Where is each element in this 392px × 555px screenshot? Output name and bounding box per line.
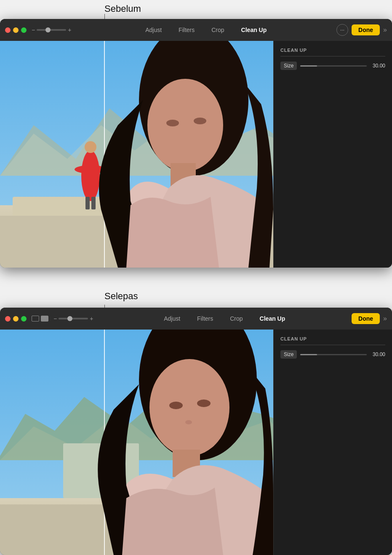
size-value-top: 30.00 [370,63,385,69]
view-split-btn[interactable] [41,316,48,322]
view-single-btn[interactable] [32,316,39,322]
nav-cleanup-bottom[interactable]: Clean Up [252,314,293,324]
close-button-top[interactable] [5,27,11,33]
photo-area-top [0,41,273,268]
panel-divider-bottom [280,345,385,345]
size-slider-panel-top[interactable] [300,65,367,67]
size-value-bottom: 30.00 [370,351,385,357]
svg-point-28 [197,399,211,407]
svg-point-25 [149,359,229,456]
size-fill-top [300,65,317,67]
content-top: CLEAN UP Size 30.00 [0,41,392,268]
svg-rect-10 [91,197,96,209]
svg-point-13 [147,79,223,172]
minimize-button-bottom[interactable] [13,316,19,322]
zoom-slider-bottom[interactable] [59,318,88,319]
svg-point-27 [169,402,183,409]
minimize-button-top[interactable] [13,27,19,33]
zoom-minus-bottom[interactable]: − [53,315,57,322]
svg-point-15 [166,120,179,126]
zoom-thumb-top [45,27,51,32]
titlebar-top: − + Adjust Filters Crop Clean Up ··· Don… [0,19,392,41]
svg-point-29 [185,420,192,424]
traffic-lights-top [5,27,27,33]
more-button-top[interactable]: ··· [336,24,348,36]
size-label-top: Size [280,62,297,70]
svg-point-7 [85,141,96,153]
titlebar-right-top: ··· Done » [336,24,387,36]
svg-point-6 [81,150,100,201]
done-button-bottom[interactable]: Done [352,313,380,324]
traffic-lights-bottom [5,316,27,322]
zoom-control-bottom: − + [53,315,93,322]
photo-before [0,41,273,268]
size-fill-bottom [300,354,317,355]
zoom-minus-top[interactable]: − [32,27,35,33]
size-label-bottom: Size [280,350,297,359]
before-window: − + Adjust Filters Crop Clean Up ··· Don… [0,19,392,268]
zoom-control-top: − + [32,27,71,33]
titlebar-bottom: − + Adjust Filters Crop Clean Up Done » [0,308,392,330]
photo-after [0,330,273,555]
cleanup-title-top: CLEAN UP [280,48,385,53]
nav-cleanup-top[interactable]: Clean Up [234,25,275,35]
nav-adjust-top[interactable]: Adjust [138,25,169,35]
nav-center-top: Adjust Filters Crop Clean Up [79,25,333,35]
zoom-plus-bottom[interactable]: + [90,315,93,322]
nav-adjust-bottom[interactable]: Adjust [156,314,188,324]
zoom-slider-top[interactable] [37,29,66,31]
photo-area-bottom [0,330,273,555]
size-row-top: Size 30.00 [280,62,385,70]
selepas-label: Selepas [104,291,138,302]
done-button-top[interactable]: Done [352,24,380,35]
titlebar-left-bottom: − + [5,315,97,322]
nav-crop-top[interactable]: Crop [204,25,232,35]
chevron-top[interactable]: » [383,26,387,34]
zoom-plus-top[interactable]: + [68,27,71,33]
view-toggle-bottom [32,316,48,322]
close-button-bottom[interactable] [5,316,11,322]
cleanup-title-bottom: CLEAN UP [280,336,385,341]
svg-rect-9 [85,197,90,209]
zoom-thumb-bottom [67,316,72,321]
fullscreen-button-bottom[interactable] [21,316,27,322]
content-bottom: CLEAN UP Size 30.00 [0,330,392,555]
chevron-bottom[interactable]: » [383,315,387,322]
right-panel-bottom: CLEAN UP Size 30.00 [273,330,392,555]
titlebar-left-top: − + [5,27,75,33]
panel-divider-top [280,56,385,56]
nav-center-bottom: Adjust Filters Crop Clean Up [101,314,348,324]
right-panel-top: CLEAN UP Size 30.00 [273,41,392,268]
fullscreen-button-top[interactable] [21,27,27,33]
nav-filters-bottom[interactable]: Filters [189,314,221,324]
after-window: − + Adjust Filters Crop Clean Up Done » [0,308,392,555]
size-row-bottom: Size 30.00 [280,350,385,359]
nav-filters-top[interactable]: Filters [171,25,202,35]
size-slider-panel-bottom[interactable] [300,354,367,355]
nav-crop-bottom[interactable]: Crop [222,314,250,324]
sebelum-label: Sebelum [104,3,141,14]
titlebar-right-bottom: Done » [352,313,387,324]
svg-point-16 [194,118,206,124]
